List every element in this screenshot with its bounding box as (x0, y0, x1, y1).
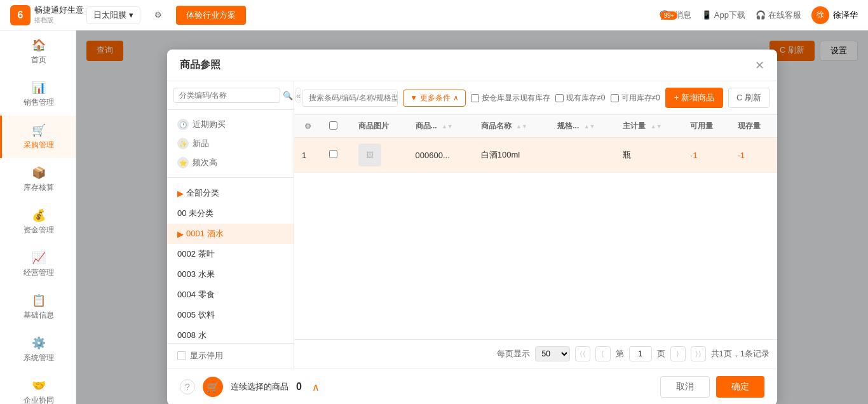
row-checkbox-cell[interactable] (322, 138, 351, 173)
avatar-initials: 徐 (817, 10, 824, 20)
next-page-button[interactable]: ⟩ (670, 346, 686, 361)
sidebar-item-system[interactable]: ⚙️ 系统管理 (0, 328, 76, 371)
app-download-button[interactable]: 📱 App下载 (702, 10, 745, 21)
page-size-label: 每页显示 (497, 348, 530, 360)
col-name[interactable]: 商品名称 ▲▼ (473, 115, 550, 138)
sidebar-label-inventory: 库存核算 (24, 182, 54, 193)
row-code: 000600... (408, 138, 473, 173)
message-button[interactable]: 💬 99+ 消息 (660, 10, 691, 21)
col-code[interactable]: 商品... ▲▼ (408, 115, 473, 138)
store-selector[interactable]: 日太阳膜 ▾ (86, 6, 140, 24)
category-search-bar: 🔍 « (167, 81, 294, 110)
footer-select-label: 连续选择的商品 (231, 381, 288, 393)
row-index: 1 (294, 138, 322, 173)
cat-item-0002[interactable]: 0002 茶叶 (167, 244, 294, 264)
warehouse-checkbox[interactable] (471, 94, 479, 102)
col-settings[interactable]: ⚙ (294, 115, 322, 138)
sidebar-item-enterprise[interactable]: 🤝 企业协同 (0, 371, 76, 404)
sidebar-label-sales: 销售管理 (24, 97, 54, 108)
sidebar-item-basic-info[interactable]: 📋 基础信息 (0, 286, 76, 328)
product-search-input[interactable] (302, 90, 398, 105)
cancel-button[interactable]: 取消 (660, 376, 710, 398)
trial-button[interactable]: 体验行业方案 (176, 6, 246, 25)
system-icon: ⚙️ (32, 336, 46, 350)
footer-count: 0 (296, 381, 302, 393)
row-checkbox[interactable] (329, 150, 337, 158)
shortcut-frequent[interactable]: ⭐ 频次高 (167, 153, 294, 172)
show-disabled-checkbox[interactable] (177, 351, 186, 360)
category-search-input[interactable] (173, 88, 280, 103)
available-neq0-checkbox-label[interactable]: 可用库存≠0 (611, 93, 660, 104)
col-available: 可用量 (682, 115, 729, 138)
logo-sub: 搭档版 (34, 16, 84, 25)
shortcut-recent[interactable]: 🕐 近期购买 (167, 115, 294, 134)
filter-icon: ▼ (410, 93, 417, 102)
cat-0002-label: 0002 茶叶 (177, 248, 215, 260)
cat-00-label: 00 未分类 (177, 208, 214, 219)
cat-item-0001[interactable]: ▶ 0001 酒水 (167, 224, 294, 244)
shortcut-new[interactable]: ✨ 新品 (167, 134, 294, 153)
col-stock: 现存量 (730, 115, 777, 138)
row-name: 白酒100ml (473, 138, 550, 173)
last-page-button[interactable]: ⟩⟩ (691, 346, 706, 361)
category-list: ▶ 全部分类 00 未分类 ▶ 0001 酒水 0002 茶叶 0003 水果 (167, 178, 294, 343)
stock-neq0-checkbox-label[interactable]: 现有库存≠0 (555, 93, 605, 104)
online-service-button[interactable]: 🎧 在线客服 (756, 10, 801, 21)
username: 徐泽华 (833, 10, 858, 21)
confirm-button[interactable]: 确定 (716, 376, 764, 398)
cart-button[interactable]: 🛒 (203, 377, 223, 397)
user-avatar-button[interactable]: 徐 徐泽华 (811, 6, 858, 24)
stock-neq0-checkbox[interactable] (555, 94, 564, 102)
modal-footer: ? 🛒 连续选择的商品 0 ∧ 取消 确定 (167, 368, 777, 404)
sidebar-item-finance[interactable]: 💰 资金管理 (0, 201, 76, 243)
store-name: 日太阳膜 (93, 10, 126, 21)
cat-item-00[interactable]: 00 未分类 (167, 203, 294, 224)
page-input[interactable] (629, 346, 652, 361)
cat-item-0003[interactable]: 0003 水果 (167, 264, 294, 285)
col-unit[interactable]: 主计量 ▲▼ (615, 115, 682, 138)
operations-icon: 📈 (32, 251, 46, 265)
cat-item-all[interactable]: ▶ 全部分类 (167, 183, 294, 203)
col-spec[interactable]: 规格... ▲▼ (550, 115, 615, 138)
table-row[interactable]: 1 🖼 000600... 白酒100ml 瓶 (294, 138, 777, 173)
spec-sort-icon: ▲▼ (584, 125, 595, 128)
modal-close-button[interactable]: ✕ (755, 60, 764, 71)
cart-icon: 🛒 (203, 377, 223, 397)
show-disabled-label[interactable]: 显示停用 (177, 350, 283, 361)
sidebar-item-home[interactable]: 🏠 首页 (0, 30, 76, 73)
page-size-select[interactable]: 50 10 20 100 (535, 346, 570, 361)
sidebar-item-operations[interactable]: 📈 经营管理 (0, 243, 76, 286)
col-checkbox[interactable] (322, 115, 351, 138)
cat-item-0008[interactable]: 0008 水 (167, 325, 294, 343)
settings-button[interactable]: ⚙ (148, 5, 168, 25)
shortcut-new-label: 新品 (193, 138, 209, 149)
add-product-button[interactable]: + 新增商品 (665, 88, 723, 108)
sidebar-item-purchase[interactable]: 🛒 采购管理 (0, 116, 76, 158)
headset-icon: 🎧 (756, 10, 766, 20)
footer-collapse-button[interactable]: ∧ (312, 381, 320, 393)
prev-page-button[interactable]: ⟨ (595, 346, 611, 361)
toolbar-right: + 新增商品 C 刷新 (665, 88, 770, 108)
refresh-product-button[interactable]: C 刷新 (728, 88, 770, 108)
product-modal: 商品参照 ✕ 🔍 « 🕐 近期购买 ✨ 新品 (167, 50, 777, 404)
settings-col-icon[interactable]: ⚙ (302, 122, 314, 131)
sidebar-item-inventory[interactable]: 📦 库存核算 (0, 158, 76, 201)
frequent-icon: ⭐ (177, 157, 189, 168)
warehouse-checkbox-label[interactable]: 按仓库显示现有库存 (471, 93, 550, 104)
cat-item-0005[interactable]: 0005 饮料 (167, 305, 294, 325)
select-all-checkbox[interactable] (329, 121, 337, 130)
cat-0001-label: 0001 酒水 (186, 228, 224, 239)
arrow-active-icon: ▶ (177, 229, 184, 239)
sidebar-item-sales[interactable]: 📊 销售管理 (0, 73, 76, 116)
unit-sort-icon: ▲▼ (651, 125, 662, 128)
row-unit: 瓶 (615, 138, 682, 173)
filter-button[interactable]: ▼ 更多条件 ∧ (403, 90, 466, 107)
category-search-icon[interactable]: 🔍 (283, 91, 293, 100)
product-table: ⚙ 商品图片 商品... ▲▼ (294, 115, 777, 339)
first-page-button[interactable]: ⟨⟨ (575, 346, 590, 361)
product-toolbar: 🔍 ▼ 更多条件 ∧ 按仓库显示现有库存 现有库存≠0 (294, 81, 777, 115)
help-button[interactable]: ? (180, 379, 195, 394)
header-right: 💬 99+ 消息 📱 App下载 🎧 在线客服 徐 徐泽华 (660, 6, 858, 24)
available-neq0-checkbox[interactable] (611, 94, 619, 102)
cat-item-0004[interactable]: 0004 零食 (167, 285, 294, 305)
